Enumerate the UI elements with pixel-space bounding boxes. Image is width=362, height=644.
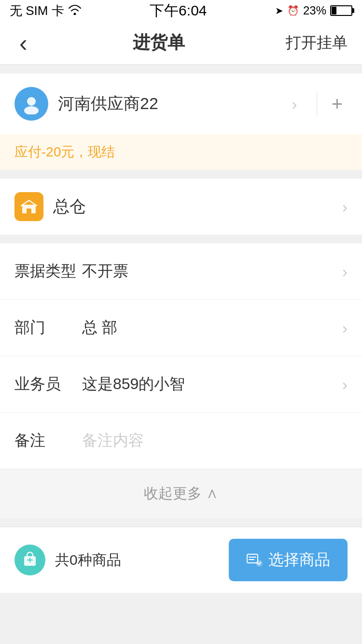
warehouse-row[interactable]: 总仓 › — [0, 179, 362, 235]
remark-label: 备注 — [14, 430, 82, 451]
battery-icon — [330, 5, 352, 16]
sales-row[interactable]: 业务员 这是859的小智 › — [0, 356, 362, 412]
status-bar-left: 无 SIM 卡 — [10, 2, 82, 19]
battery-percentage: 23% — [303, 4, 326, 17]
goods-icon — [14, 545, 45, 575]
wifi-icon — [68, 3, 82, 18]
svg-rect-7 — [247, 554, 258, 563]
status-bar-time: 下午6:04 — [150, 1, 207, 21]
page-title: 进货单 — [133, 31, 185, 55]
invoice-type-value: 不开票 — [82, 261, 342, 282]
goods-count-label: 共0种商品 — [55, 550, 229, 570]
supplier-row[interactable]: 河南供应商22 › + — [0, 73, 362, 134]
select-goods-button[interactable]: 选择商品 — [229, 539, 348, 581]
collapse-label: 收起更多 ∧ — [144, 484, 218, 504]
notice-text: 应付-20元，现结 — [14, 144, 115, 159]
notice-bar: 应付-20元，现结 — [0, 134, 362, 170]
dept-label: 部门 — [14, 317, 82, 338]
warehouse-name: 总仓 — [53, 196, 342, 218]
background-fill — [0, 593, 362, 644]
back-button[interactable]: ‹ — [14, 24, 32, 62]
warehouse-section: 总仓 › — [0, 179, 362, 235]
open-pending-button[interactable]: 打开挂单 — [286, 32, 348, 54]
supplier-section: 河南供应商22 › + 应付-20元，现结 — [0, 73, 362, 170]
dept-value: 总 部 — [82, 317, 342, 338]
supplier-divider — [317, 92, 317, 116]
sales-label: 业务员 — [14, 374, 82, 395]
svg-point-1 — [24, 106, 39, 114]
svg-rect-3 — [27, 209, 31, 213]
section-divider-2 — [0, 170, 362, 179]
remark-row[interactable]: 备注 备注内容 — [0, 412, 362, 469]
warehouse-icon — [14, 192, 43, 221]
supplier-avatar — [14, 87, 48, 121]
remark-input[interactable]: 备注内容 — [82, 430, 348, 451]
invoice-type-row[interactable]: 票据类型 不开票 › — [0, 243, 362, 299]
status-bar-right: ➤ ⏰ 23% — [275, 4, 352, 17]
invoice-chevron-icon: › — [342, 262, 348, 281]
sales-chevron-icon: › — [342, 375, 348, 394]
collapse-bar[interactable]: 收起更多 ∧ — [0, 469, 362, 518]
add-button[interactable]: + — [327, 88, 348, 120]
warehouse-chevron-icon: › — [342, 197, 348, 216]
location-icon: ➤ — [275, 5, 283, 16]
alarm-icon: ⏰ — [287, 5, 299, 16]
section-divider-3 — [0, 235, 362, 243]
dept-row[interactable]: 部门 总 部 › — [0, 299, 362, 356]
svg-point-0 — [27, 97, 36, 106]
dept-chevron-icon: › — [342, 319, 348, 337]
nav-bar: ‹ 进货单 打开挂单 — [0, 21, 362, 65]
form-section: 票据类型 不开票 › 部门 总 部 › 业务员 这是859的小智 › 备注 备注… — [0, 243, 362, 469]
select-goods-label: 选择商品 — [268, 549, 330, 571]
supplier-chevron-icon: › — [292, 95, 297, 113]
invoice-type-label: 票据类型 — [14, 261, 82, 282]
bottom-bar: 共0种商品 选择商品 — [0, 527, 362, 593]
carrier-label: 无 SIM 卡 — [10, 2, 64, 19]
section-divider-4 — [0, 518, 362, 527]
section-divider-1 — [0, 65, 362, 73]
sales-value: 这是859的小智 — [82, 374, 342, 395]
status-bar: 无 SIM 卡 下午6:04 ➤ ⏰ 23% — [0, 0, 362, 21]
supplier-name: 河南供应商22 — [58, 93, 292, 115]
